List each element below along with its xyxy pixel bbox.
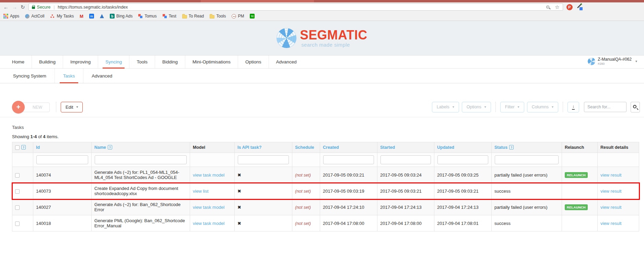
bookmark-test[interactable]: Test — [163, 14, 176, 19]
created-filter-input[interactable] — [323, 155, 374, 164]
id-filter-input[interactable] — [36, 155, 88, 164]
sort-link-name[interactable]: Name — [94, 145, 106, 150]
bookmark-tc[interactable]: TC — [250, 14, 255, 19]
bookmark-star-icon[interactable]: ☆ — [555, 4, 559, 10]
status-filter-input[interactable] — [495, 155, 559, 164]
url-divider: | — [54, 5, 55, 10]
forward-icon[interactable]: → — [12, 4, 17, 10]
bookmark-calendar[interactable]: 31 — [89, 14, 94, 19]
zoom-out-icon[interactable] — [546, 5, 549, 9]
sort-link-is-api-task[interactable]: Is API task? — [237, 145, 261, 150]
bookmark-my-tasks[interactable]: My Tasks — [50, 14, 74, 19]
row-checkbox[interactable] — [15, 205, 20, 210]
filter-cell-schedule — [292, 153, 320, 167]
nav-tab-mini-optimisations[interactable]: Mini-Optimisations — [185, 56, 238, 68]
secure-lock-icon — [32, 7, 35, 9]
updated-filter-input[interactable] — [437, 155, 488, 164]
columns-dropdown-button[interactable]: Columns ▾ — [527, 102, 558, 112]
refresh-icon[interactable]: ↻ — [21, 4, 25, 10]
result-cell: view result — [598, 199, 639, 215]
address-bar[interactable]: Secure | https://tomus.segmatic.io/tasks… — [28, 3, 563, 11]
select-all-header: ? — [12, 142, 33, 153]
actcoll-icon — [25, 14, 30, 19]
view-result-link[interactable]: view result — [600, 205, 621, 210]
search-input[interactable] — [584, 102, 627, 112]
cross-icon: ✖ — [237, 172, 241, 178]
bookmark-analytics[interactable] — [100, 14, 104, 18]
user-menu[interactable]: Z-ManualQA-#062 #280 ▾ — [588, 57, 637, 65]
filter-dropdown-button[interactable]: Filter ▾ — [500, 102, 524, 112]
nav-tab-advanced[interactable]: Advanced — [269, 56, 304, 68]
help-icon[interactable]: ? — [21, 145, 26, 149]
bookmark-gmail[interactable]: M — [80, 14, 83, 19]
nav-tab-bidding[interactable]: Bidding — [155, 56, 185, 68]
view-list-link[interactable]: view list — [193, 189, 209, 194]
view-task-model-link[interactable]: view task model — [193, 221, 224, 226]
bookmark-apps[interactable]: Apps — [3, 14, 19, 19]
apps-grid-icon — [3, 14, 8, 19]
started-cell: 2017-09-04 17:24:13 — [377, 199, 434, 215]
view-result-link[interactable]: view result — [600, 221, 621, 226]
created-cell: 2017-09-04 17:08:00 — [320, 215, 377, 231]
nav-tab-building[interactable]: Building — [32, 56, 63, 68]
url-text: https://tomus.segmatic.io/tasks/index — [58, 5, 128, 10]
colorzilla-extension-icon[interactable] — [576, 4, 583, 10]
new-button[interactable]: NEW + — [12, 102, 50, 112]
row-select-cell — [12, 199, 33, 215]
back-icon[interactable]: ← — [3, 4, 9, 10]
not-set-value: (not set) — [295, 205, 311, 210]
view-task-model-link[interactable]: view task model — [193, 172, 224, 178]
plus-icon[interactable]: + — [12, 101, 25, 113]
subnav-tab-tasks[interactable]: Tasks — [55, 69, 83, 83]
id-cell: 140074 — [33, 167, 92, 183]
is-api-task-filter-input[interactable] — [238, 155, 289, 164]
name-filter-input[interactable] — [95, 155, 187, 164]
is-api-task-cell: ✖ — [235, 215, 292, 231]
row-select-cell — [12, 183, 33, 199]
relaunch-button[interactable]: RELAUNCH — [565, 204, 588, 210]
help-icon[interactable]: ? — [108, 145, 112, 149]
name-cell: Generate PML (Google): Ban_062_Shortcode… — [92, 215, 190, 231]
nav-tab-tools[interactable]: Tools — [129, 56, 155, 68]
nav-tab-options[interactable]: Options — [238, 56, 269, 68]
row-select-cell — [12, 167, 33, 183]
nav-tab-improving[interactable]: Improving — [63, 56, 98, 68]
subnav-tab-advanced[interactable]: Advanced — [83, 69, 120, 83]
sort-link-started[interactable]: Started — [380, 145, 395, 150]
col-header-created: Created — [320, 142, 377, 153]
bookmark-actcoll[interactable]: ActColl — [25, 14, 44, 19]
row-checkbox[interactable] — [15, 173, 20, 178]
row-checkbox[interactable] — [15, 221, 20, 226]
edit-button[interactable]: Edit ▾ — [61, 102, 83, 112]
sort-link-id[interactable]: Id — [36, 145, 40, 150]
view-result-link[interactable]: view result — [600, 189, 621, 194]
sort-link-created[interactable]: Created — [323, 145, 339, 150]
active-tab-highlight[interactable] — [201, 0, 314, 2]
view-result-link[interactable]: view result — [600, 172, 621, 178]
row-checkbox[interactable] — [15, 189, 20, 194]
options-dropdown-button[interactable]: Options ▾ — [462, 102, 491, 112]
subnav-tab-syncing-system[interactable]: Syncing System — [5, 69, 55, 83]
search-button[interactable] — [631, 102, 640, 112]
download-button[interactable]: ↓ — [567, 102, 579, 112]
sort-link-schedule[interactable]: Schedule — [295, 145, 314, 150]
view-task-model-link[interactable]: view task model — [193, 205, 224, 210]
relaunch-button[interactable]: RELAUNCH — [565, 172, 588, 178]
bookmark-pm[interactable]: PM — [232, 14, 244, 19]
labels-dropdown-button[interactable]: Labels ▾ — [432, 102, 459, 112]
sort-link-status[interactable]: Status — [494, 145, 507, 150]
nav-tab-syncing[interactable]: Syncing — [98, 56, 129, 68]
bookmark-tomus[interactable]: Tomus — [138, 14, 156, 19]
nav-tab-home[interactable]: Home — [5, 56, 32, 68]
sort-link-updated[interactable]: Updated — [437, 145, 454, 150]
chevron-down-icon: ▾ — [453, 105, 454, 109]
started-filter-input[interactable] — [380, 155, 431, 164]
model-cell: view task model — [190, 167, 235, 183]
bookmark-tools[interactable]: Tools — [210, 14, 226, 19]
bookmark-to-read[interactable]: To Read — [182, 14, 204, 19]
id-cell: 140018 — [33, 215, 92, 231]
bookmark-bing-ads[interactable]: b Bing Ads — [110, 14, 132, 19]
select-all-checkbox[interactable] — [15, 145, 20, 150]
help-icon[interactable]: ? — [509, 145, 514, 149]
pocket-extension-icon[interactable]: P — [566, 4, 573, 10]
